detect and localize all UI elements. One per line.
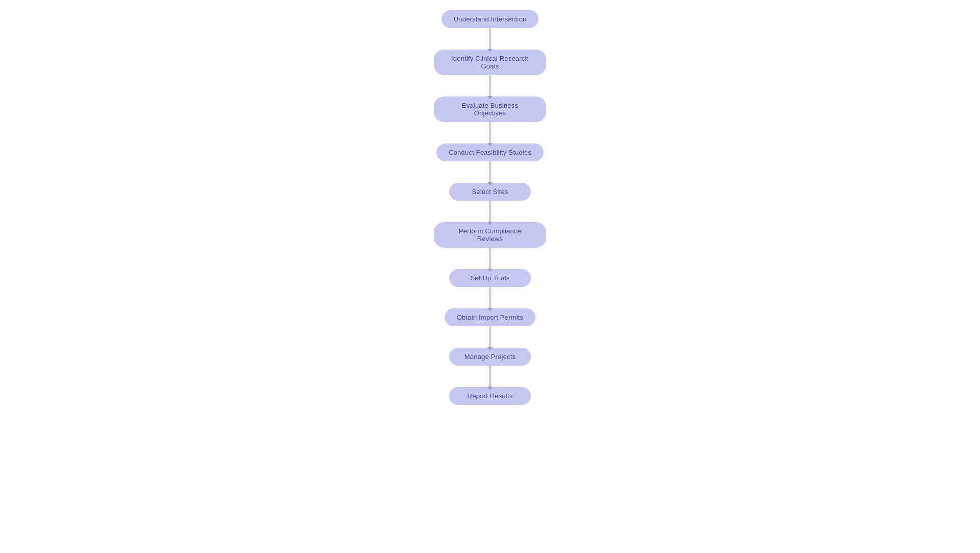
connector-8	[489, 366, 491, 387]
understand-intersection[interactable]: Understand Intersection	[442, 10, 539, 28]
flow-diagram: Understand IntersectionIdentify Clinical…	[0, 0, 980, 405]
connector-1	[489, 75, 491, 97]
evaluate-business-objectives[interactable]: Evaluate Business Objectives	[434, 97, 546, 122]
connector-0	[489, 28, 491, 50]
connector-6	[489, 287, 491, 308]
connector-3	[489, 161, 491, 183]
connector-5	[489, 248, 491, 269]
connector-4	[489, 201, 491, 222]
identify-clinical-research-goals[interactable]: Identify Clinical Research Goals	[434, 50, 546, 75]
connector-2	[489, 122, 491, 143]
connector-7	[489, 326, 491, 348]
perform-compliance-reviews[interactable]: Perform Compliance Reviews	[434, 222, 546, 248]
